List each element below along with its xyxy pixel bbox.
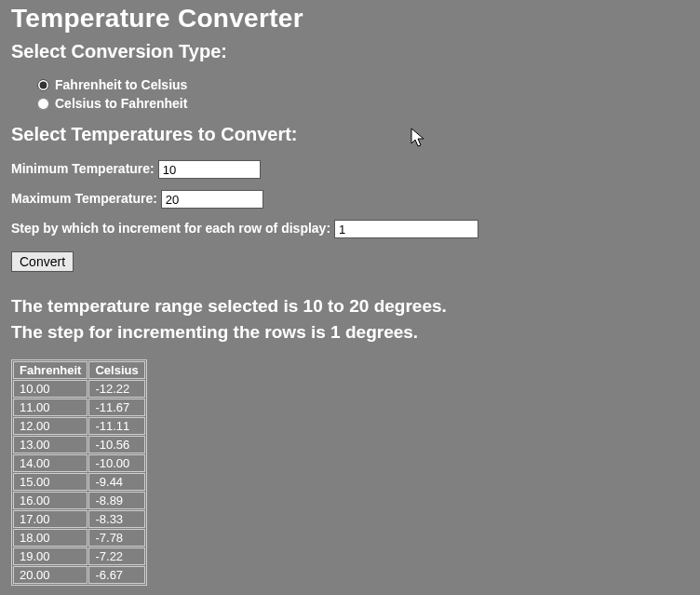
summary-range: The temperature range selected is 10 to … — [11, 296, 689, 317]
table-cell: -7.78 — [88, 529, 144, 547]
summary-block: The temperature range selected is 10 to … — [11, 296, 689, 343]
max-temp-label: Maximum Temperature: — [11, 191, 157, 206]
table-cell: 17.00 — [13, 510, 88, 528]
table-cell: -6.67 — [88, 566, 144, 584]
radio-c-to-f-label: Celsius to Fahrenheit — [55, 94, 187, 113]
table-cell: 19.00 — [13, 548, 88, 565]
table-cell: 11.00 — [13, 399, 88, 416]
results-table: Fahrenheit Celsius 10.00-12.2211.00-11.6… — [11, 359, 147, 586]
convert-button[interactable]: Convert — [11, 251, 74, 272]
radio-f-to-c-label: Fahrenheit to Celsius — [55, 75, 187, 94]
step-row: Step by which to increment for each row … — [11, 214, 689, 244]
radio-c-to-f[interactable] — [37, 98, 49, 110]
table-cell: 15.00 — [13, 473, 88, 491]
table-cell: -9.44 — [88, 473, 144, 491]
step-label: Step by which to increment for each row … — [11, 221, 330, 236]
summary-step: The step for incrementing the rows is 1 … — [11, 322, 689, 343]
table-cell: 13.00 — [13, 436, 88, 453]
radio-f-to-c[interactable] — [37, 79, 49, 91]
table-cell: -8.89 — [88, 492, 144, 509]
table-cell: 16.00 — [13, 492, 88, 509]
radio-c-to-f-row[interactable]: Celsius to Fahrenheit — [37, 94, 689, 113]
table-row: 15.00-9.44 — [13, 473, 145, 491]
table-row: 18.00-7.78 — [13, 529, 145, 547]
table-cell: -11.11 — [88, 417, 144, 435]
table-row: 19.00-7.22 — [13, 548, 145, 565]
table-cell: 20.00 — [13, 566, 88, 584]
table-cell: -10.56 — [88, 436, 144, 453]
min-temp-input[interactable] — [158, 160, 261, 179]
table-row: 11.00-11.67 — [13, 399, 145, 416]
table-row: 12.00-11.11 — [13, 417, 145, 435]
table-row: 16.00-8.89 — [13, 492, 145, 509]
step-input[interactable] — [334, 220, 478, 238]
table-row: 10.00-12.22 — [13, 380, 145, 398]
th-fahrenheit: Fahrenheit — [13, 361, 88, 379]
table-cell: -12.22 — [88, 380, 144, 398]
table-cell: -10.00 — [88, 454, 144, 472]
table-cell: 18.00 — [13, 529, 88, 547]
conversion-radio-group: Fahrenheit to Celsius Celsius to Fahrenh… — [11, 72, 689, 116]
table-cell: 10.00 — [13, 380, 88, 398]
table-cell: -8.33 — [88, 510, 144, 528]
max-temp-input[interactable] — [161, 190, 263, 209]
max-temp-row: Maximum Temperature: — [11, 184, 689, 214]
table-cell: 14.00 — [13, 454, 88, 472]
th-celsius: Celsius — [88, 361, 144, 379]
table-cell: 12.00 — [13, 417, 88, 435]
table-row: 17.00-8.33 — [13, 510, 145, 528]
section-conversion-type: Select Conversion Type: — [11, 41, 689, 62]
page-title: Temperature Converter — [11, 4, 689, 34]
table-header-row: Fahrenheit Celsius — [13, 361, 145, 379]
min-temp-row: Minimum Temperature: — [11, 155, 689, 184]
table-cell: -11.67 — [88, 399, 144, 416]
table-row: 14.00-10.00 — [13, 454, 145, 472]
table-row: 20.00-6.67 — [13, 566, 145, 584]
min-temp-label: Minimum Temperature: — [11, 161, 155, 176]
section-select-temps: Select Temperatures to Convert: — [11, 124, 689, 145]
table-cell: -7.22 — [88, 548, 144, 565]
radio-f-to-c-row[interactable]: Fahrenheit to Celsius — [37, 75, 689, 94]
table-row: 13.00-10.56 — [13, 436, 145, 453]
